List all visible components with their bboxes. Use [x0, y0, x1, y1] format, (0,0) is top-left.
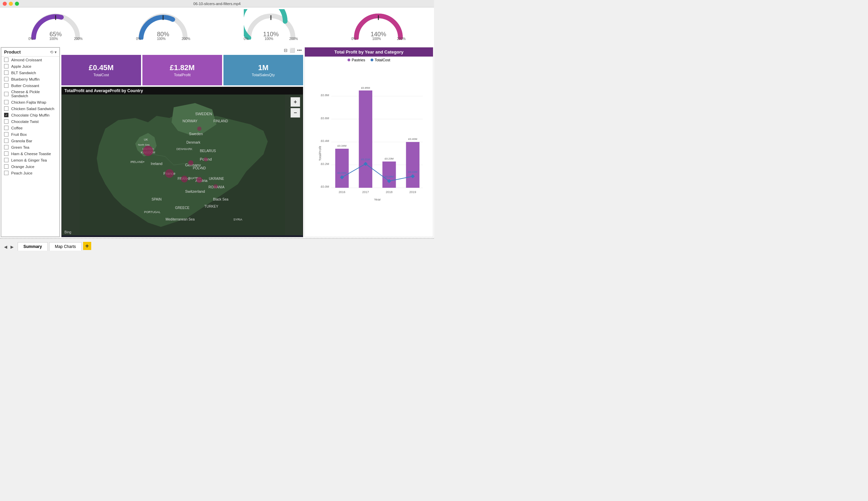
slicer-toolbar[interactable]: ⊟ ⬜ ••• — [61, 47, 303, 54]
slicer-checkbox-8[interactable] — [4, 113, 9, 117]
gauge-4: 140% 0% 100% 200% — [326, 9, 431, 46]
slicer-checkbox-14[interactable] — [4, 151, 9, 156]
legend-totalcost: TotalCost — [370, 58, 390, 62]
nav-arrows[interactable]: ◀ ▶ — [3, 244, 15, 250]
slicer-item-12[interactable]: Granola Bar — [1, 138, 59, 144]
tab-summary[interactable]: Summary — [18, 242, 48, 250]
svg-text:PORTUGAL: PORTUGAL — [144, 210, 160, 214]
close-button[interactable] — [3, 2, 7, 6]
svg-text:£0.21M: £0.21M — [361, 158, 370, 161]
bar-chart-svg: TotalProfit £0.8M £0.6M £0.4M £0.2M £0.0… — [318, 65, 430, 235]
eraser-icon[interactable]: ⟲ — [50, 50, 53, 54]
svg-text:TotalProfit: TotalProfit — [318, 146, 322, 161]
tab-map-charts[interactable]: Map Charts — [49, 242, 82, 250]
slicer-item-2[interactable]: BLT Sandwich — [1, 70, 59, 76]
slicer-checkbox-9[interactable] — [4, 119, 9, 124]
slicer-item-8[interactable]: Chocolate Chip Muffin — [1, 112, 59, 118]
svg-point-45 — [196, 177, 202, 183]
slicer-checkbox-10[interactable] — [4, 126, 9, 130]
expand-icon[interactable]: ⬜ — [290, 48, 295, 53]
slicer-item-17[interactable]: Peach Juice — [1, 170, 59, 176]
slicer-item-16[interactable]: Orange Juice — [1, 163, 59, 170]
slicer-item-10[interactable]: Coffee — [1, 125, 59, 131]
gauge-1-labels: 0% 100% 200% — [29, 37, 83, 41]
slicer-header: Product ⟲ ▾ — [1, 48, 59, 56]
svg-text:Black Sea: Black Sea — [213, 198, 229, 201]
slicer-item-5[interactable]: Cheese & Pickle Sandwich — [1, 89, 59, 99]
nav-right-arrow[interactable]: ▶ — [9, 244, 15, 250]
svg-text:SWEDEN: SWEDEN — [195, 112, 212, 116]
svg-point-47 — [204, 157, 208, 162]
svg-text:GREECE: GREECE — [175, 206, 189, 210]
svg-text:140%: 140% — [370, 31, 386, 38]
title-bar: 06-10-slicers-and-filters.mp4 — [0, 0, 434, 8]
gauge-1-max: 200% — [74, 37, 83, 41]
nav-left-arrow[interactable]: ◀ — [3, 244, 9, 250]
map-body[interactable]: SWEDEN NORWAY FINLAND Sweden Denmark DEN… — [62, 95, 303, 235]
map-title: TotalProfit and AverageProfit by Country — [62, 87, 303, 95]
slicer-checkbox-2[interactable] — [4, 71, 9, 75]
slicer-item-6[interactable]: Chicken Fajita Wrap — [1, 99, 59, 105]
svg-text:80%: 80% — [157, 31, 169, 38]
kpi-qty: 1M TotalSalesQty — [223, 55, 303, 85]
slicer-checkbox-11[interactable] — [4, 132, 9, 137]
slicer-item-7[interactable]: Chicken Salad Sandwich — [1, 105, 59, 112]
svg-text:2019: 2019 — [409, 190, 416, 194]
slicer-item-1[interactable]: Apple Juice — [1, 63, 59, 70]
maximize-button[interactable] — [15, 2, 19, 6]
slicer-checkbox-3[interactable] — [4, 77, 9, 81]
map-container[interactable]: TotalProfit and AverageProfit by Country — [61, 87, 303, 237]
gauges-row: 65% 0% 100% 200% 80% 0% 100% 200% — [0, 8, 434, 46]
slicer-item-3[interactable]: Blueberry Muffin — [1, 76, 59, 82]
slicer-checkbox-17[interactable] — [4, 171, 9, 175]
zoom-in-button[interactable]: + — [291, 97, 300, 107]
kpi-cost-label: TotalCost — [94, 73, 109, 77]
chevron-down-icon[interactable]: ▾ — [55, 50, 56, 54]
slicer-checkbox-15[interactable] — [4, 158, 9, 162]
slicer-item-label-14: Ham & Cheese Toastie — [11, 152, 51, 156]
slicer-item-label-15: Lemon & Ginger Tea — [11, 158, 47, 162]
slicer-item-14[interactable]: Ham & Cheese Toastie — [1, 150, 59, 157]
window-title: 06-10-slicers-and-filters.mp4 — [193, 2, 240, 6]
svg-text:£0.40M: £0.40M — [408, 138, 417, 141]
slicer-item-0[interactable]: Almond Croissant — [1, 56, 59, 63]
slicer-checkbox-13[interactable] — [4, 145, 9, 149]
filter-icon[interactable]: ⊟ — [284, 48, 287, 53]
svg-text:2017: 2017 — [362, 190, 369, 194]
slicer-item-4[interactable]: Butter Croissant — [1, 82, 59, 89]
slicer-item-9[interactable]: Chocolate Twist — [1, 118, 59, 125]
slicer-item-label-8: Chocolate Chip Muffin — [11, 113, 50, 117]
minimize-button[interactable] — [9, 2, 13, 6]
slicer-item-label-2: BLT Sandwich — [11, 71, 36, 75]
slicer-checkbox-6[interactable] — [4, 100, 9, 104]
slicer-item-15[interactable]: Lemon & Ginger Tea — [1, 157, 59, 163]
gauge-4-svg: 140% — [351, 9, 406, 40]
more-icon[interactable]: ••• — [297, 48, 302, 53]
legend-totalcost-dot — [370, 58, 373, 61]
zoom-out-button[interactable]: − — [291, 108, 300, 118]
slicer-item-13[interactable]: Green Tea — [1, 144, 59, 150]
svg-point-43 — [165, 169, 174, 178]
chart-area: TotalProfit £0.8M £0.6M £0.4M £0.2M £0.0… — [305, 63, 433, 237]
svg-text:TURKEY: TURKEY — [205, 205, 218, 208]
tab-add-button[interactable]: + — [83, 242, 91, 250]
slicer-checkbox-12[interactable] — [4, 139, 9, 143]
window-controls[interactable] — [3, 2, 19, 6]
slicer-checkbox-7[interactable] — [4, 106, 9, 111]
chart-panel: Total Profit by Year and Category Pastri… — [304, 47, 433, 237]
slicer-checkbox-1[interactable] — [4, 64, 9, 68]
svg-text:2016: 2016 — [339, 190, 345, 194]
svg-point-42 — [143, 146, 153, 156]
slicer-icon-group[interactable]: ⟲ ▾ — [50, 50, 56, 54]
svg-text:Mediterranean Sea: Mediterranean Sea — [166, 217, 195, 221]
slicer-checkbox-4[interactable] — [4, 83, 9, 88]
legend-totalcost-label: TotalCost — [375, 58, 390, 62]
slicer-checkbox-5[interactable] — [4, 92, 9, 96]
slicer-item-11[interactable]: Fruit Box — [1, 131, 59, 138]
bar-2018 — [383, 162, 396, 188]
slicer-list[interactable]: Almond CroissantApple JuiceBLT SandwichB… — [1, 56, 59, 236]
slicer-item-label-13: Green Tea — [11, 145, 30, 149]
slicer-checkbox-0[interactable] — [4, 57, 9, 62]
bar-2019 — [406, 142, 419, 188]
slicer-checkbox-16[interactable] — [4, 164, 9, 169]
